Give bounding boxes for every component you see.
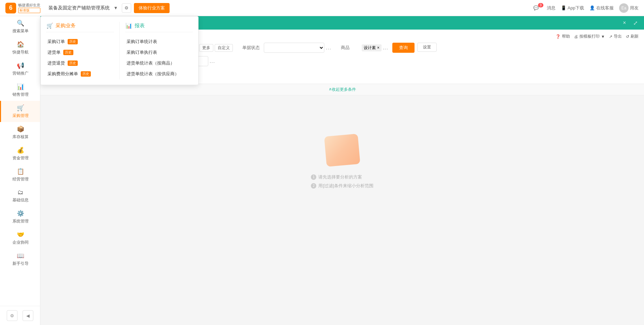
sidebar-settings-btn[interactable]: ⚙ xyxy=(7,310,17,321)
sidebar-bottom: ⚙ ◀ xyxy=(0,306,40,325)
goods-label: 商品 xyxy=(341,45,358,51)
header-dropdown-btn[interactable]: ▼ xyxy=(112,5,119,11)
purchase-expense-label: 采购费用分摊单 xyxy=(47,71,78,77)
empty-state: 1 请先选择要分析的方案 2 用[过滤]条件来缩小分析范围 xyxy=(40,95,644,230)
sidebar-label-system: 系统管理 xyxy=(12,218,29,224)
sidebar-label-purchase: 采购管理 xyxy=(12,113,29,119)
export-icon: ↗ xyxy=(609,34,612,39)
help-btn[interactable]: ❓ 帮助 xyxy=(556,34,570,39)
logo-text: 畅捷通好生意 xyxy=(18,3,40,7)
online-service-btn[interactable]: 👤 在线客服 xyxy=(589,5,614,11)
trial-button[interactable]: 体验行业方案 xyxy=(134,3,170,13)
sidebar: 🔍 搜索菜单 🏠 快捷导航 📢 营销推广 📊 销售管理 🛒 采购管理 📦 库存核… xyxy=(0,16,40,325)
system-title: 装备及固定资产辅助管理系统 xyxy=(48,5,110,11)
purchase-order-exec-label: 采购订单执行表 xyxy=(127,49,157,55)
goods-receipt-label: 进货单 xyxy=(47,49,61,55)
print-btn[interactable]: 🖨 按模板打印 ▼ xyxy=(574,34,605,39)
sidebar-collapse-btn[interactable]: ◀ xyxy=(23,310,33,321)
sidebar-item-purchase[interactable]: 🛒 采购管理 xyxy=(0,101,40,122)
tab-expand-btn[interactable]: ⤢ xyxy=(631,18,640,28)
purchase-order-item[interactable]: 采购订单 历史 xyxy=(46,36,114,47)
status-label: 单据状态 xyxy=(242,45,260,51)
sidebar-label-search-menu: 搜索菜单 xyxy=(12,28,29,34)
sidebar-item-basics[interactable]: 🗂 基础信息 xyxy=(0,186,40,206)
chevron-up-icon: ∧ xyxy=(329,87,332,92)
goods-receipt-history-badge: 历史 xyxy=(63,50,73,55)
tip-1: 请先选择要分析的方案 xyxy=(318,173,362,181)
header-right: 💬 9 消息 📱 App下载 👤 在线客服 Ea 用友 xyxy=(533,3,639,13)
tab-right-actions: × ⤢ xyxy=(620,18,644,28)
purchase-order-exec-item[interactable]: 采购订单执行表 xyxy=(125,47,193,58)
sidebar-label-inventory: 库存核算 xyxy=(12,134,29,140)
staff-dots[interactable]: ... xyxy=(210,58,215,64)
sidebar-item-system[interactable]: ⚙️ 系统管理 xyxy=(0,206,40,228)
date-more-btn[interactable]: 更多 xyxy=(199,44,213,52)
marketing-icon: 📢 xyxy=(17,62,24,69)
sidebar-item-finance[interactable]: 💰 资金管理 xyxy=(0,143,40,164)
phone-icon: 📱 xyxy=(561,5,566,10)
purchase-icon: 🛒 xyxy=(17,104,24,112)
sidebar-item-enterprise[interactable]: 🤝 企业协同 xyxy=(0,228,40,249)
goods-return-item[interactable]: 进货退货 历史 xyxy=(46,58,114,69)
refresh-btn[interactable]: ↺ 刷新 xyxy=(626,34,639,39)
sidebar-item-marketing[interactable]: 📢 营销推广 xyxy=(0,58,40,80)
sidebar-item-inventory[interactable]: 📦 库存核算 xyxy=(0,122,40,143)
collapse-bar[interactable]: ∧ 收起更多条件 xyxy=(40,84,644,95)
sidebar-item-operations[interactable]: 📋 经营管理 xyxy=(0,164,40,186)
collapse-text: 收起更多条件 xyxy=(332,87,356,92)
service-icon: 👤 xyxy=(589,5,595,10)
purchase-order-history-badge: 历史 xyxy=(68,39,78,44)
purchase-dropdown-menu: 🛒 采购业务 采购订单 历史 进货单 历史 进货退货 历史 采购费用分摊单 历史… xyxy=(40,16,199,85)
export-btn[interactable]: ↗ 导出 xyxy=(609,34,622,39)
app-download-btn[interactable]: 📱 App下载 xyxy=(561,5,584,11)
tip-2: 用[过滤]条件来缩小分析范围 xyxy=(318,181,373,190)
refresh-icon: ↺ xyxy=(626,34,629,39)
report-col-icon: 📊 xyxy=(125,22,133,29)
set-button[interactable]: 设置 xyxy=(417,43,437,52)
user-name: 用友 xyxy=(630,5,639,11)
print-dropdown-icon[interactable]: ▼ xyxy=(601,34,605,39)
purchase-order-stats-item[interactable]: 采购订单统计表 xyxy=(125,36,193,47)
purchase-col: 🛒 采购业务 采购订单 历史 进货单 历史 进货退货 历史 采购费用分摊单 历史 xyxy=(41,22,119,79)
purchase-col-icon: 🛒 xyxy=(46,22,53,29)
purchase-col-title: 🛒 采购业务 xyxy=(46,22,114,32)
guide-icon: 📖 xyxy=(17,252,24,259)
message-badge: 9 xyxy=(538,3,543,7)
report-col: 📊 报表 采购订单统计表 采购订单执行表 进货单统计表（按商品） 进货单统计表（… xyxy=(119,22,199,79)
operations-icon: 📋 xyxy=(17,168,24,175)
goods-return-history-badge: 历史 xyxy=(68,60,78,66)
date-custom-btn[interactable]: 自定义 xyxy=(215,44,233,52)
status-select[interactable] xyxy=(264,43,324,53)
goods-stats-by-goods-label: 进货单统计表（按商品） xyxy=(127,60,175,66)
sidebar-item-guide[interactable]: 📖 新手引导 xyxy=(0,249,40,270)
help-icon: ❓ xyxy=(556,34,561,39)
sidebar-item-sales[interactable]: 📊 销售管理 xyxy=(0,80,40,101)
message-btn[interactable]: 💬 9 消息 xyxy=(533,5,556,11)
sidebar-item-quick-nav[interactable]: 🏠 快捷导航 xyxy=(0,37,40,58)
query-button[interactable]: 查询 xyxy=(392,43,415,53)
goods-tag-close-icon[interactable]: × xyxy=(377,45,380,50)
tab-close-window-btn[interactable]: × xyxy=(620,18,629,28)
empty-icon xyxy=(322,135,362,169)
header-center: 装备及固定资产辅助管理系统 ▼ ⚙ 体验行业方案 xyxy=(46,3,533,13)
sidebar-item-search-menu[interactable]: 🔍 搜索菜单 xyxy=(0,16,40,37)
goods-stats-by-goods-item[interactable]: 进货单统计表（按商品） xyxy=(125,58,193,69)
header-settings-btn[interactable]: ⚙ xyxy=(122,3,131,13)
goods-dots[interactable]: ... xyxy=(383,45,388,51)
app-download-label: App下载 xyxy=(568,5,584,11)
goods-stats-by-supplier-label: 进货单统计表（按供应商） xyxy=(127,71,179,77)
goods-receipt-item[interactable]: 进货单 历史 xyxy=(46,47,114,58)
filter-actions: 查询 设置 xyxy=(392,43,437,53)
sidebar-label-basics: 基础信息 xyxy=(12,197,29,203)
enterprise-icon: 🤝 xyxy=(17,231,24,238)
system-icon: ⚙️ xyxy=(17,210,24,217)
purchase-order-label: 采购订单 xyxy=(47,39,65,45)
user-area[interactable]: Ea 用友 xyxy=(619,3,639,13)
purchase-expense-item[interactable]: 采购费用分摊单 历史 xyxy=(46,69,114,79)
logo-tag: 标准版 xyxy=(18,8,40,13)
basics-icon: 🗂 xyxy=(17,189,24,196)
sidebar-label-enterprise: 企业协同 xyxy=(12,240,29,245)
avatar: Ea xyxy=(619,3,629,13)
status-dots[interactable]: ... xyxy=(326,45,331,51)
goods-stats-by-supplier-item[interactable]: 进货单统计表（按供应商） xyxy=(125,69,193,79)
